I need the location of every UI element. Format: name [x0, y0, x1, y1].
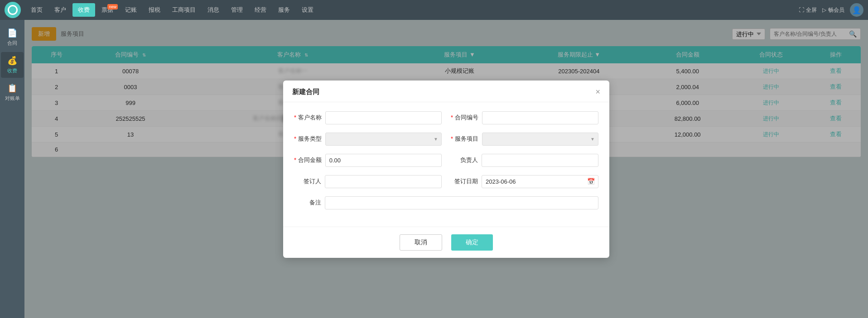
contract-no-field: 合同编号: [451, 111, 598, 124]
avatar-icon: 👤: [852, 6, 861, 14]
member-button[interactable]: ▷ 畅会员: [822, 6, 844, 14]
remarks-label: 备注: [294, 199, 321, 207]
nav-right-actions: ⛶ 全屏 ▷ 畅会员 👤: [799, 3, 863, 17]
contract-icon: 📄: [7, 28, 17, 38]
sign-date-wrapper: 📅: [482, 175, 598, 188]
nav-operation[interactable]: 经营: [249, 3, 272, 17]
signer-field: 签订人: [294, 175, 442, 188]
sidebar-item-statement[interactable]: 📋 对账单: [1, 80, 24, 105]
nav-billing[interactable]: 收费: [72, 3, 95, 17]
statement-icon: 📋: [7, 83, 17, 93]
user-avatar[interactable]: 👤: [850, 3, 863, 17]
amount-input[interactable]: [325, 154, 442, 167]
amount-label: 合同金额: [294, 156, 322, 164]
modal-body: 客户名称 合同编号 服务类型: [283, 102, 609, 227]
service-item-select-wrapper: [482, 133, 598, 146]
new-contract-modal: 新建合同 × 客户名称 合同编号: [283, 81, 609, 258]
contract-no-label: 合同编号: [451, 114, 478, 122]
sign-date-input[interactable]: [482, 175, 598, 188]
responsible-field: 负责人: [451, 154, 598, 167]
nav-message[interactable]: 消息: [202, 3, 225, 17]
fullscreen-icon: ⛶: [799, 7, 804, 13]
modal-overlay: 新建合同 × 客户名称 合同编号: [24, 20, 868, 318]
amount-field: 合同金额: [294, 154, 442, 167]
nav-business[interactable]: 工商项目: [167, 3, 201, 17]
top-navigation: 首页 客户 收费 票据 new 记账 报税 工商项目 消息 管理 经营 服务 设…: [0, 0, 868, 20]
signer-label: 签订人: [294, 177, 321, 185]
service-type-field: 服务类型: [294, 133, 442, 146]
customer-name-label: 客户名称: [294, 114, 322, 122]
nav-bookkeeping[interactable]: 记账: [120, 3, 142, 17]
fullscreen-button[interactable]: ⛶ 全屏: [799, 6, 817, 14]
nav-tax[interactable]: 报税: [143, 3, 166, 17]
form-row-4: 签订人 签订日期 📅: [294, 175, 598, 188]
play-icon: ▷: [822, 7, 826, 13]
confirm-button[interactable]: 确定: [451, 234, 493, 251]
service-item-label: 服务项目: [451, 135, 478, 143]
new-badge: new: [107, 4, 118, 9]
calendar-icon[interactable]: 📅: [587, 178, 595, 185]
nav-invoice[interactable]: 票据 new: [96, 3, 119, 17]
service-type-label: 服务类型: [294, 135, 322, 143]
service-type-select[interactable]: [325, 133, 442, 146]
service-type-select-wrapper: [325, 133, 442, 146]
nav-service[interactable]: 服务: [273, 3, 295, 17]
cancel-button[interactable]: 取消: [400, 234, 442, 251]
customer-name-input[interactable]: [325, 111, 442, 124]
main-content: 新增 服务项目 进行中已完成全部 🔍 序号 合同编号 ⇅ 客户名称: [24, 20, 868, 318]
nav-manage[interactable]: 管理: [226, 3, 248, 17]
form-row-1: 客户名称 合同编号: [294, 111, 598, 124]
signer-input[interactable]: [325, 175, 442, 188]
billing-icon: 💰: [7, 56, 17, 66]
modal-header: 新建合同 ×: [283, 81, 609, 102]
left-sidebar: 📄 合同 💰 收费 📋 对账单: [0, 20, 24, 318]
close-button[interactable]: ×: [595, 88, 600, 96]
nav-home[interactable]: 首页: [25, 3, 48, 17]
customer-name-field: 客户名称: [294, 111, 442, 124]
sign-date-label: 签订日期: [451, 177, 478, 185]
sign-date-field: 签订日期 📅: [451, 175, 598, 188]
responsible-input[interactable]: [482, 154, 598, 167]
responsible-label: 负责人: [451, 156, 478, 164]
contract-no-input[interactable]: [482, 111, 598, 124]
service-item-select[interactable]: [482, 133, 598, 146]
logo-icon: [8, 5, 18, 15]
main-layout: 📄 合同 💰 收费 📋 对账单 新增 服务项目 进行中已完成全部 🔍: [0, 20, 868, 318]
app-logo: [5, 2, 21, 18]
sidebar-item-contract[interactable]: 📄 合同: [1, 24, 24, 50]
remarks-input[interactable]: [325, 196, 598, 209]
form-row-5: 备注: [294, 196, 598, 209]
form-row-2: 服务类型 服务项目: [294, 133, 598, 146]
nav-settings[interactable]: 设置: [296, 3, 319, 17]
form-row-3: 合同金额 负责人: [294, 154, 598, 167]
modal-footer: 取消 确定: [283, 227, 609, 258]
nav-menu: 首页 客户 收费 票据 new 记账 报税 工商项目 消息 管理 经营 服务 设…: [25, 3, 799, 17]
modal-title: 新建合同: [292, 88, 319, 96]
remarks-field: 备注: [294, 196, 598, 209]
sidebar-item-billing[interactable]: 💰 收费: [1, 52, 24, 78]
nav-customer[interactable]: 客户: [49, 3, 72, 17]
service-item-field: 服务项目: [451, 133, 598, 146]
